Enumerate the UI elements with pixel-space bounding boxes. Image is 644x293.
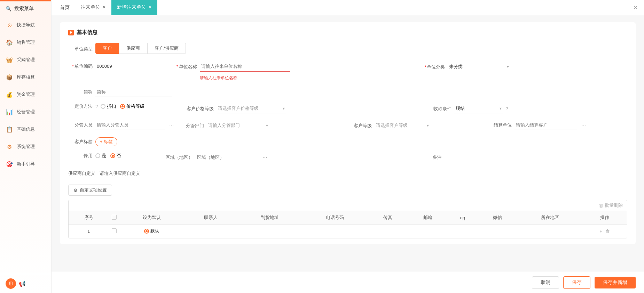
payment-help-icon[interactable]: ? <box>506 106 508 111</box>
global-close-button[interactable]: ✕ <box>630 4 641 11</box>
col-action: 操作 <box>583 211 627 225</box>
region-input[interactable] <box>196 153 258 162</box>
unit-code-field: 单位编码 <box>68 62 173 71</box>
supplier-custom-row: 供应商自定义 <box>68 169 627 178</box>
remark-input[interactable] <box>445 153 521 162</box>
sidebar-item-inventory[interactable]: 📦 库存核算 <box>0 68 51 86</box>
cancel-button[interactable]: 取消 <box>532 276 559 289</box>
save-new-button[interactable]: 保存并新增 <box>595 277 636 288</box>
unit-category-select[interactable]: 未分类 ▾ <box>448 62 510 72</box>
supplier-custom-label: 供应商自定义 <box>68 170 95 177</box>
radio-discount[interactable]: 折扣 <box>101 103 116 109</box>
radio-yes-label: 是 <box>102 153 106 159</box>
main-content: 首页 往来单位 ✕ 新增往来单位 ✕ ✕ F 基本信息 单位类型 客户 <box>52 0 644 293</box>
sidebar-item-search[interactable]: 🔍 搜索菜单 <box>0 1 51 16</box>
unit-category-field: 单位分类 未分类 ▾ <box>421 62 627 72</box>
remark-field: 备注 <box>417 153 627 162</box>
radio-price-level-label: 价格等级 <box>126 103 144 109</box>
cell-actions: + 🗑 <box>583 225 627 238</box>
delete-row-btn[interactable]: 🗑 <box>605 229 610 234</box>
sidebar-item-basic[interactable]: 📋 基础信息 <box>0 121 51 138</box>
manager-more-btn[interactable]: ··· <box>168 122 175 128</box>
sidebar-item-finance[interactable]: 💰 资金管理 <box>0 86 51 103</box>
short-name-row: 简称 <box>68 87 627 97</box>
default-label: 默认 <box>150 228 159 234</box>
sidebar-item-operations[interactable]: 📊 经营管理 <box>0 103 51 121</box>
select-all-checkbox[interactable] <box>112 215 117 220</box>
pricing-method-label: 定价方法 <box>68 103 93 109</box>
cell-phone <box>302 225 367 238</box>
customer-price-level-placeholder: 请选择客户价格等级 <box>218 105 259 112</box>
sidebar-item-quick-nav[interactable]: ⊙ 快捷导航 <box>0 16 51 34</box>
btn-both[interactable]: 客户/供应商 <box>147 43 186 54</box>
btn-supplier[interactable]: 供应商 <box>119 43 147 54</box>
manager-field: 分管人员 ··· <box>68 120 180 130</box>
pricing-help-icon[interactable]: ? <box>95 104 98 109</box>
cell-fax <box>368 225 408 238</box>
tab-new-partner-close[interactable]: ✕ <box>148 5 152 9</box>
tab-new-partner[interactable]: 新增往来单位 ✕ <box>111 0 157 15</box>
radio-disabled-yes[interactable]: 是 <box>95 153 106 159</box>
tab-home[interactable]: 首页 <box>54 0 75 15</box>
settlement-more-btn[interactable]: ··· <box>580 122 587 128</box>
btn-customer[interactable]: 客户 <box>95 43 119 54</box>
add-tag-button[interactable]: + 标签 <box>95 137 117 146</box>
cell-default: 默认 <box>119 225 184 238</box>
region-field: 区域（地区） ··· <box>166 153 417 162</box>
unit-category-value: 未分类 <box>449 64 463 70</box>
default-circle <box>144 229 149 234</box>
cell-check <box>109 225 119 238</box>
supplier-custom-input[interactable] <box>98 169 196 178</box>
radio-disabled-no[interactable]: 否 <box>110 153 121 159</box>
payment-terms-label: 收款条件 <box>427 106 451 112</box>
sidebar-item-guide[interactable]: 🎯 新手引导 <box>0 155 51 173</box>
unit-name-field: 单位名称 请输入往来单位名称 <box>173 62 421 81</box>
manager-input[interactable] <box>95 120 165 130</box>
department-label: 分管部门 <box>180 123 204 129</box>
col-phone: 电话号码 <box>302 211 367 225</box>
sidebar-item-label: 基础信息 <box>17 126 35 132</box>
finance-icon: 💰 <box>6 91 13 98</box>
sales-icon: 🏠 <box>6 39 13 46</box>
unit-type-group: 客户 供应商 客户/供应商 <box>95 43 186 54</box>
speaker-icon: 📢 <box>19 280 26 287</box>
radio-no-label: 否 <box>117 153 121 159</box>
department-select[interactable]: 请输入分管部门 ▾ <box>207 120 269 131</box>
manager-row: 分管人员 ··· 分管部门 请输入分管部门 ▾ 客户等级 请选择客户等级 <box>68 120 627 131</box>
region-more-btn[interactable]: ··· <box>261 154 268 161</box>
tab-partners-close[interactable]: ✕ <box>102 5 106 9</box>
batch-delete-label: 批量删除 <box>605 202 623 209</box>
row-default-radio[interactable]: 默认 <box>122 228 182 234</box>
save-button[interactable]: 保存 <box>563 276 590 289</box>
customer-level-label: 客户等级 <box>347 123 372 129</box>
radio-price-level-circle <box>120 104 125 109</box>
row-checkbox[interactable] <box>112 228 117 233</box>
tab-partners[interactable]: 往来单位 ✕ <box>75 0 111 15</box>
quick-nav-icon: ⊙ <box>6 21 13 29</box>
settlement-unit-field: 结算单位 ··· <box>487 120 627 130</box>
short-name-input[interactable] <box>95 87 172 97</box>
tab-home-label: 首页 <box>60 5 70 11</box>
sidebar-item-system[interactable]: ⚙ 系统管理 <box>0 138 51 155</box>
tags-row: 客户标签 + 标签 <box>68 137 627 146</box>
payment-terms-select[interactable]: 现结 ▾ <box>454 103 503 114</box>
customer-level-field: 客户等级 请选择客户等级 ▾ <box>347 120 487 131</box>
sidebar-item-sales[interactable]: 🏠 销售管理 <box>0 34 51 51</box>
operations-icon: 📊 <box>6 108 13 116</box>
disabled-field: 停用 是 否 <box>68 153 166 159</box>
settlement-unit-input[interactable] <box>515 120 577 130</box>
sidebar-item-label: 库存核算 <box>17 74 35 80</box>
sidebar-item-purchase[interactable]: 🧺 采购管理 <box>0 51 51 68</box>
customer-level-select[interactable]: 请选择客户等级 ▾ <box>375 120 430 131</box>
customer-price-level-select[interactable]: 请选择客户价格等级 ▾ <box>217 103 286 114</box>
cell-wechat <box>477 225 518 238</box>
unit-type-field: 单位类型 客户 供应商 客户/供应商 <box>68 43 627 55</box>
unit-name-input[interactable] <box>200 62 290 72</box>
radio-price-level[interactable]: 价格等级 <box>120 103 144 109</box>
settings-icon: ⚙ <box>73 188 78 193</box>
batch-delete-button[interactable]: 🗑 批量删除 <box>599 202 623 209</box>
add-row-btn[interactable]: + <box>599 229 602 234</box>
col-default: 设为默认 <box>119 211 184 225</box>
custom-settings-button[interactable]: ⚙ 自定义项设置 <box>68 185 112 196</box>
unit-code-input[interactable] <box>95 62 172 71</box>
